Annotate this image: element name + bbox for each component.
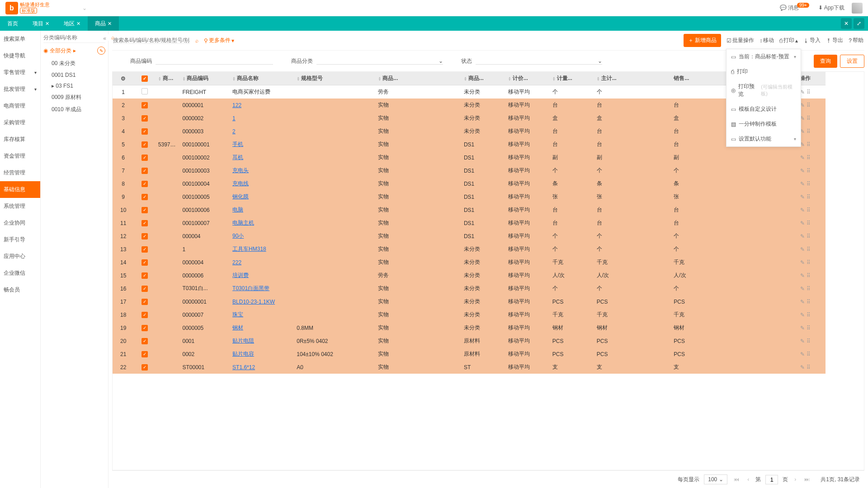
sidebar-item-搜索菜单[interactable]: 搜索菜单 [0, 31, 40, 47]
more-icon[interactable]: ⠿ [807, 168, 811, 174]
sidebar-item-经营管理[interactable]: 经营管理 [0, 164, 40, 181]
th-code[interactable]: ▲▼商品编码 [179, 72, 230, 85]
edit-icon[interactable]: ✎ [800, 259, 805, 266]
help-link[interactable]: ? 帮助 [849, 37, 863, 44]
row-checkbox[interactable]: ✓ [134, 203, 155, 216]
print-link[interactable]: ⎙ 打印 ▴ [779, 37, 798, 44]
row-checkbox[interactable]: ✓ [134, 138, 155, 151]
edit-icon[interactable]: ✎ [800, 364, 805, 371]
more-filter-link[interactable]: ⚲ 更多条件 ▾ [204, 37, 234, 44]
table-row[interactable]: 15✓0000006培训费劳务未分类移动平均人/次人/次人/次✎⠿ [113, 269, 864, 282]
edit-icon[interactable]: ✎ [800, 233, 805, 239]
sidebar-item-库存核算[interactable]: 库存核算 [0, 131, 40, 148]
fullscreen-icon[interactable]: ⤢ [854, 18, 864, 29]
edit-icon[interactable]: ✎ [800, 220, 805, 226]
product-name-link[interactable]: 90小 [232, 233, 244, 239]
tree-node[interactable]: 0009 原材料 [43, 91, 105, 103]
row-checkbox[interactable]: ✓ [134, 112, 155, 125]
more-icon[interactable]: ⠿ [807, 220, 811, 226]
table-row[interactable]: 19✓0000005钢材0.8MM实物未分类移动平均钢材钢材钢材✎⠿ [113, 321, 864, 334]
product-name-link[interactable]: 2 [232, 128, 236, 135]
row-checkbox[interactable]: ✓ [134, 243, 155, 256]
more-icon[interactable]: ⠿ [807, 286, 811, 292]
th-price[interactable]: ▲▼计价... [505, 72, 550, 85]
product-name-link[interactable]: 钢材 [232, 324, 243, 331]
dropdown-item[interactable]: ▭当前：商品标签-预置▾ [726, 49, 801, 64]
more-icon[interactable]: ⠿ [807, 181, 811, 187]
edit-icon[interactable]: ✎ [800, 194, 805, 200]
row-checkbox[interactable] [134, 85, 155, 99]
more-icon[interactable]: ⠿ [807, 141, 811, 148]
edit-icon[interactable]: ✎ [97, 47, 105, 55]
product-name-link[interactable]: 电脑主机 [232, 220, 254, 226]
messages-link[interactable]: 💬 消息99+ [780, 4, 811, 12]
main-search-input[interactable] [113, 37, 190, 44]
last-page-icon[interactable]: ⏭ [802, 476, 811, 483]
th-cat[interactable]: ▲▼商品... [375, 72, 461, 85]
close-icon[interactable]: ✕ [45, 21, 49, 27]
row-checkbox[interactable]: ✓ [134, 99, 155, 112]
row-checkbox[interactable]: ✓ [134, 125, 155, 138]
product-name-link[interactable]: 充电线 [232, 180, 249, 187]
table-row[interactable]: 17✓00000001BLD10-23-1.1KW实物未分类移动平均PCSPCS… [113, 295, 864, 308]
first-page-icon[interactable]: ⏮ [732, 476, 741, 483]
search-icon[interactable]: ⌕ [111, 34, 114, 41]
tree-node[interactable]: 00 未分类 [43, 57, 105, 70]
filter-status-select[interactable]: ⌄ [476, 58, 602, 65]
more-icon[interactable]: ⠿ [807, 325, 811, 331]
move-link[interactable]: ↕ 移动 [760, 37, 774, 44]
edit-icon[interactable]: ✎ [800, 338, 805, 344]
table-row[interactable]: 20✓0001贴片电阻0R±5% 0402实物原材料移动平均PCSPCSPCS✎… [113, 334, 864, 347]
table-row[interactable]: 12✓00000490小实物DS1移动平均个个个✎⠿ [113, 230, 864, 243]
dropdown-item[interactable]: ▭设置默认功能▾ [726, 131, 801, 146]
table-row[interactable]: 21✓0002贴片电容104±10% 0402实物原材料移动平均PCSPCSPC… [113, 347, 864, 361]
more-icon[interactable]: ⠿ [807, 115, 811, 122]
chevron-down-icon[interactable]: ⌄ [82, 5, 87, 11]
tree-root[interactable]: ◉ 全部分类 ▸ ✎ [43, 47, 105, 55]
row-checkbox[interactable]: ✓ [134, 256, 155, 269]
more-icon[interactable]: ⠿ [807, 351, 811, 357]
import-link[interactable]: ⭳ 导入 [803, 37, 821, 44]
more-icon[interactable]: ⠿ [807, 194, 811, 200]
dropdown-item[interactable]: ▭模板自定义设计 [726, 102, 801, 117]
tab-商品[interactable]: 商品✕ [88, 16, 119, 31]
tree-search-input[interactable] [43, 34, 111, 41]
sidebar-item-企业微信[interactable]: 企业微信 [0, 265, 40, 282]
app-logo[interactable]: b 畅捷通好生意 标准版 [5, 2, 50, 14]
product-name-link[interactable]: 贴片电容 [232, 351, 254, 357]
export-link[interactable]: ⭱ 导出 [826, 37, 843, 44]
table-row[interactable]: 14✓0000004222实物未分类移动平均千克千克千克✎⠿ [113, 256, 864, 269]
sidebar-item-新手引导[interactable]: 新手引导 [0, 231, 40, 248]
row-checkbox[interactable]: ✓ [134, 164, 155, 177]
th-barcode[interactable]: ▲▼商品... [156, 72, 180, 85]
dropdown-item[interactable]: ◎打印预览(可编辑当前模板) [726, 79, 801, 102]
row-checkbox[interactable]: ✓ [134, 295, 155, 308]
row-checkbox[interactable]: ✓ [134, 230, 155, 243]
select-all-checkbox[interactable]: ✓ [134, 72, 155, 85]
more-icon[interactable]: ⠿ [807, 233, 811, 239]
row-checkbox[interactable]: ✓ [134, 361, 155, 374]
product-name-link[interactable]: ST1.6*12 [232, 364, 255, 371]
table-row[interactable]: 18✓0000007珠宝实物未分类移动平均千克千克千克✎⠿ [113, 308, 864, 321]
th-name[interactable]: ▲▼商品名称 [230, 72, 294, 85]
table-row[interactable]: 8✓000100004充电线实物DS1移动平均条条条✎⠿ [113, 177, 864, 190]
row-checkbox[interactable]: ✓ [134, 190, 155, 203]
close-icon[interactable]: ✕ [76, 21, 80, 27]
row-checkbox[interactable]: ✓ [134, 151, 155, 164]
product-name-link[interactable]: 耳机 [232, 154, 243, 160]
product-name-link[interactable]: 珠宝 [232, 311, 243, 318]
table-row[interactable]: 7✓000100003充电头实物DS1移动平均个个个✎⠿ [113, 164, 864, 177]
edit-icon[interactable]: ✎ [800, 155, 805, 161]
edit-icon[interactable]: ✎ [800, 168, 805, 174]
add-product-button[interactable]: ＋ 新增商品 [684, 34, 721, 47]
batch-action-link[interactable]: ☑ 批量操作 [726, 37, 754, 44]
row-checkbox[interactable]: ✓ [134, 177, 155, 190]
close-icon[interactable]: ✕ [108, 21, 112, 27]
more-icon[interactable]: ⠿ [807, 312, 811, 318]
table-row[interactable]: 11✓000100007电脑主机实物DS1移动平均台台台✎⠿ [113, 216, 864, 230]
table-row[interactable]: 6✓000100002耳机实物DS1移动平均副副副✎⠿ [113, 151, 864, 164]
sidebar-item-快捷导航[interactable]: 快捷导航 [0, 47, 40, 64]
dropdown-item[interactable]: ▤一分钟制作模板 [726, 117, 801, 131]
product-name-link[interactable]: 222 [232, 259, 241, 266]
product-name-link[interactable]: 培训费 [232, 272, 249, 278]
